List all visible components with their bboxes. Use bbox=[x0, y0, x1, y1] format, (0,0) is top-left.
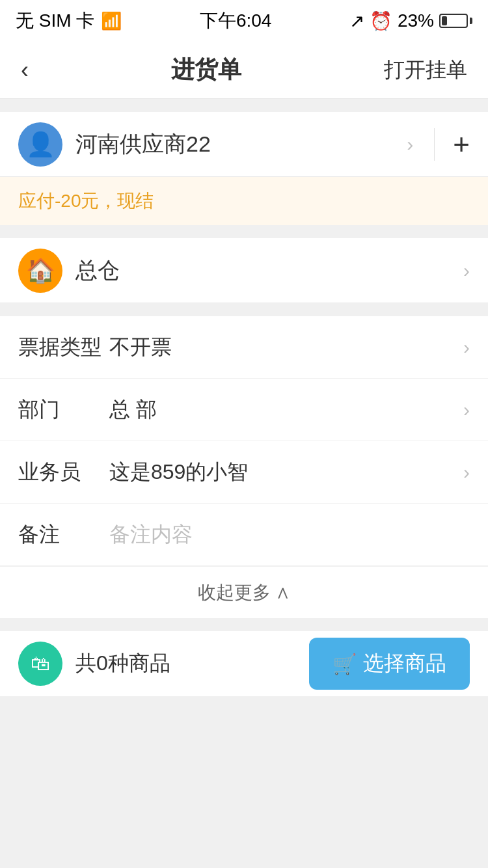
staff-row[interactable]: 业务员 这是859的小智 › bbox=[0, 441, 488, 504]
location-icon: ↗ bbox=[349, 10, 364, 32]
supplier-avatar: 👤 bbox=[18, 122, 62, 167]
add-supplier-button[interactable]: + bbox=[453, 128, 470, 161]
alarm-icon: ⏰ bbox=[370, 10, 392, 32]
back-button[interactable]: ‹ bbox=[21, 57, 29, 84]
open-pending-button[interactable]: 打开挂单 bbox=[384, 56, 467, 85]
cart-icon: 🛒 bbox=[332, 653, 357, 675]
status-bar: 无 SIM 卡 📶 下午6:04 ↗ ⏰ 23% bbox=[0, 0, 488, 42]
page-content: 👤 河南供应商22 › + 应付-20元，现结 🏠 总仓 › 票据类型 不开票 … bbox=[0, 99, 488, 868]
select-btn-label: 选择商品 bbox=[363, 649, 446, 678]
product-icon-wrap: 🛍 bbox=[18, 642, 62, 686]
invoice-type-label: 票据类型 bbox=[18, 333, 109, 362]
user-icon: 👤 bbox=[26, 131, 55, 158]
warehouse-arrow-icon: › bbox=[463, 260, 470, 282]
warehouse-row[interactable]: 🏠 总仓 › bbox=[0, 238, 488, 303]
supplier-name: 河南供应商22 bbox=[75, 129, 407, 159]
carrier-text: 无 SIM 卡 bbox=[16, 8, 94, 33]
supplier-divider bbox=[434, 128, 435, 161]
notice-banner: 应付-20元，现结 bbox=[0, 177, 488, 225]
battery-indicator bbox=[439, 14, 472, 28]
status-time: 下午6:04 bbox=[200, 8, 272, 33]
bottom-bar: 🛍 共0种商品 🛒 选择商品 bbox=[0, 631, 488, 696]
collapse-label: 收起更多 ∧ bbox=[198, 580, 291, 605]
select-product-button[interactable]: 🛒 选择商品 bbox=[309, 638, 470, 690]
department-arrow-icon: › bbox=[463, 399, 470, 421]
section-gap-1 bbox=[0, 99, 488, 112]
department-row[interactable]: 部门 总 部 › bbox=[0, 379, 488, 441]
department-label: 部门 bbox=[18, 396, 109, 424]
supplier-row[interactable]: 👤 河南供应商22 › + bbox=[0, 112, 488, 177]
notice-text: 应付-20元，现结 bbox=[18, 191, 154, 211]
remark-placeholder: 备注内容 bbox=[109, 521, 470, 549]
staff-arrow-icon: › bbox=[463, 461, 470, 483]
warehouse-icon: 🏠 bbox=[26, 257, 55, 284]
remark-label: 备注 bbox=[18, 521, 109, 549]
warehouse-icon-wrap: 🏠 bbox=[18, 249, 62, 293]
battery-percent: 23% bbox=[398, 10, 434, 31]
department-value: 总 部 bbox=[109, 396, 463, 424]
supplier-arrow-icon: › bbox=[407, 133, 413, 156]
invoice-arrow-icon: › bbox=[463, 336, 470, 359]
collapse-row[interactable]: 收起更多 ∧ bbox=[0, 566, 488, 618]
form-section: 票据类型 不开票 › 部门 总 部 › 业务员 这是859的小智 › 备注 备注… bbox=[0, 316, 488, 618]
status-left: 无 SIM 卡 📶 bbox=[16, 8, 122, 33]
nav-bar: ‹ 进货单 打开挂单 bbox=[0, 42, 488, 99]
remark-row[interactable]: 备注 备注内容 bbox=[0, 504, 488, 566]
page-title: 进货单 bbox=[171, 54, 241, 86]
product-icon: 🛍 bbox=[31, 653, 50, 675]
staff-label: 业务员 bbox=[18, 458, 109, 487]
wifi-icon: 📶 bbox=[101, 11, 122, 31]
staff-value: 这是859的小智 bbox=[109, 458, 463, 487]
invoice-type-row[interactable]: 票据类型 不开票 › bbox=[0, 316, 488, 379]
product-count: 共0种商品 bbox=[75, 649, 309, 678]
invoice-type-value: 不开票 bbox=[109, 333, 463, 362]
warehouse-name: 总仓 bbox=[75, 256, 463, 286]
status-right: ↗ ⏰ 23% bbox=[349, 10, 472, 32]
